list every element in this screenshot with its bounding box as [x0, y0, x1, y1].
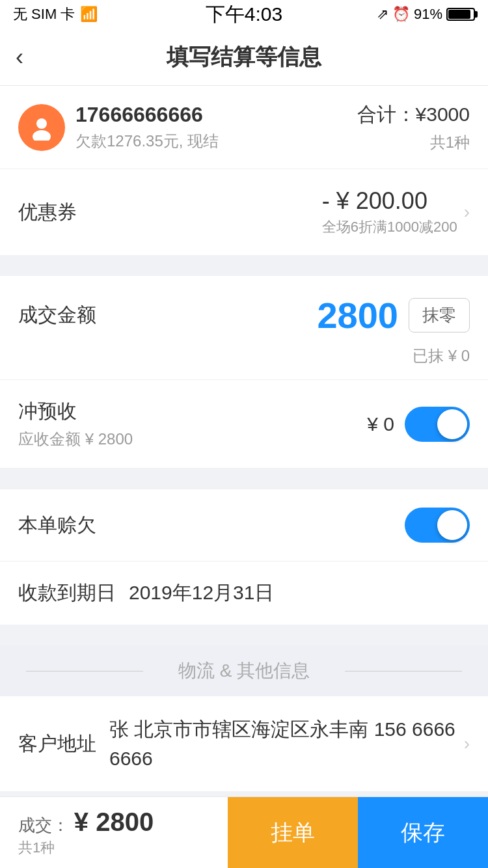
user-debt: 欠款1276.35元, 现结: [75, 131, 219, 152]
chong-toggle-knob: [437, 409, 467, 439]
debts-row: 本单赊欠: [0, 489, 488, 561]
nav-bar: ‹ 填写结算等信息: [0, 29, 488, 86]
battery-percent: 91%: [414, 6, 442, 23]
svg-point-0: [36, 118, 47, 129]
address-value: 张 北京市市辖区海淀区永丰南 156 6666 6666: [109, 718, 455, 769]
svg-point-1: [33, 130, 51, 141]
address-label: 客户地址: [18, 731, 96, 757]
amount-value: 2800: [317, 294, 398, 336]
logistics-header-text: 物流 & 其他信息: [178, 660, 310, 681]
pending-button[interactable]: 挂单: [228, 797, 358, 868]
chong-left: 冲预收 应收金额 ¥ 2800: [18, 398, 133, 450]
due-date-label: 收款到期日: [18, 580, 116, 606]
bottom-summary: 成交： ¥ 2800 共1种: [0, 797, 228, 868]
coupon-label: 优惠券: [18, 199, 77, 226]
section-divider: [0, 265, 488, 276]
wifi-icon: 📶: [80, 6, 98, 23]
address-row[interactable]: 客户地址 张 北京市市辖区海淀区永丰南 156 6666 6666 ›: [0, 696, 488, 791]
logistics-header: 物流 & 其他信息: [0, 645, 488, 696]
content: 17666666666 欠款1276.35元, 现结 合计：¥3000 共1种 …: [0, 86, 488, 868]
debts-toggle[interactable]: [405, 508, 470, 543]
save-button[interactable]: 保存: [358, 797, 488, 868]
chong-row: 冲预收 应收金额 ¥ 2800 ¥ 0: [0, 379, 488, 468]
bottom-summary-count: 共1种: [18, 838, 210, 858]
order-total: 合计：¥3000: [357, 102, 470, 128]
address-content: 张 北京市市辖区海淀区永丰南 156 6666 6666: [109, 714, 464, 773]
coupon-desc: 全场6折满1000减200: [322, 217, 457, 237]
back-button[interactable]: ‹: [16, 44, 23, 71]
bottom-summary-amount: ¥ 2800: [74, 807, 154, 836]
no-sim-label: 无 SIM 卡: [13, 5, 75, 24]
amount-right: 2800 抹零: [317, 294, 470, 336]
coupon-right: - ¥ 200.00 全场6折满1000减200 ›: [322, 187, 470, 237]
status-left: 无 SIM 卡 📶: [13, 5, 98, 24]
address-card: 客户地址 张 北京市市辖区海淀区永丰南 156 6666 6666 ›: [0, 696, 488, 791]
round-button[interactable]: 抹零: [409, 298, 470, 332]
chong-right: ¥ 0: [367, 407, 470, 442]
user-right: 合计：¥3000 共1种: [357, 102, 470, 153]
status-bar: 无 SIM 卡 📶 下午4:03 ⇗ ⏰ 91%: [0, 0, 488, 29]
debts-section: 本单赊欠 收款到期日 2019年12月31日: [0, 489, 488, 625]
amount-row: 成交金额 2800 抹零: [0, 276, 488, 355]
bottom-bar: 成交： ¥ 2800 共1种 挂单 保存: [0, 796, 488, 868]
debts-toggle-knob: [437, 510, 467, 540]
user-left: 17666666666 欠款1276.35元, 现结: [18, 103, 219, 152]
page-title: 填写结算等信息: [167, 42, 321, 72]
user-row: 17666666666 欠款1276.35元, 现结 合计：¥3000 共1种: [0, 86, 488, 169]
section-divider-3: [0, 635, 488, 645]
user-info: 17666666666 欠款1276.35元, 现结: [75, 103, 219, 152]
avatar: [18, 104, 65, 151]
coupon-amount: - ¥ 200.00: [322, 187, 457, 215]
alarm-icon: ⏰: [392, 6, 410, 23]
location-icon: ⇗: [377, 6, 388, 23]
order-count: 共1种: [357, 132, 470, 153]
bottom-summary-row: 成交： ¥ 2800: [18, 807, 210, 837]
address-chevron-icon: ›: [464, 733, 470, 754]
battery-icon: [446, 8, 475, 21]
chong-label: 冲预收: [18, 398, 133, 425]
status-right: ⇗ ⏰ 91%: [377, 6, 475, 23]
chong-sub: 应收金额 ¥ 2800: [18, 429, 133, 450]
coupon-row[interactable]: 优惠券 - ¥ 200.00 全场6折满1000减200 ›: [0, 169, 488, 255]
status-time: 下午4:03: [206, 1, 282, 28]
bottom-summary-label: 成交：: [18, 815, 69, 835]
chong-toggle[interactable]: [405, 407, 470, 442]
user-phone: 17666666666: [75, 103, 219, 127]
debts-label: 本单赊欠: [18, 512, 96, 539]
chong-amount: ¥ 0: [367, 413, 394, 435]
due-date-row: 收款到期日 2019年12月31日: [0, 561, 488, 625]
amount-sub: 已抹 ¥ 0: [0, 346, 488, 379]
amount-label: 成交金额: [18, 302, 96, 329]
section-divider-2: [0, 478, 488, 489]
due-date-value: 2019年12月31日: [129, 580, 274, 606]
chevron-right-icon: ›: [464, 202, 470, 223]
amount-section: 成交金额 2800 抹零 已抹 ¥ 0 冲预收 应收金额 ¥ 2800 ¥ 0: [0, 276, 488, 468]
user-card: 17666666666 欠款1276.35元, 现结 合计：¥3000 共1种 …: [0, 86, 488, 255]
